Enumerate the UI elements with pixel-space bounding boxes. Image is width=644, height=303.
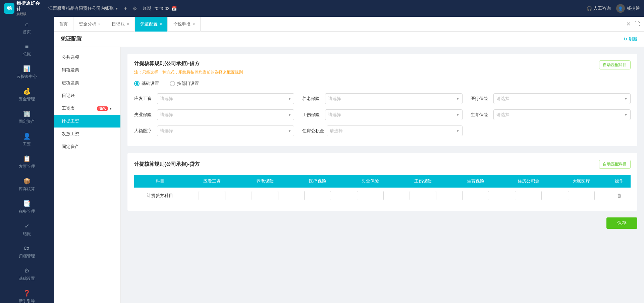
topbar: 畅 畅捷通好会计 旗舰版 江西服宝精品有限责任公司内账张 ▼ + ⚙ 账期 20… (0, 0, 644, 17)
cell-maternity (449, 188, 502, 204)
content-area: 首页 资金分析 × 日记账 × 凭证配置 × 个税申报 × ✕ ⛶ (54, 17, 644, 303)
add-account-button[interactable]: + (122, 5, 129, 12)
tab-close-tax[interactable]: × (193, 22, 195, 27)
radio-dept[interactable]: 按部门设置 (170, 81, 199, 87)
refresh-button[interactable]: ↻ 刷新 (624, 36, 637, 42)
cell-housing (502, 188, 555, 204)
settings-icon[interactable]: ⚙ (132, 5, 137, 12)
sidebar-item-assets[interactable]: 🏢 固定资产 (0, 106, 54, 129)
credit-section: 计提核算规则(公司承担)-贷方 自动匹配科目 科目 应发工资 养老保险 医疗保险… (127, 153, 637, 211)
calendar-icon[interactable]: 📅 (171, 6, 177, 11)
ledger-icon: ≡ (25, 43, 29, 50)
injury-select[interactable]: 请选择 ▼ (325, 109, 462, 120)
invoice-icon: 📋 (23, 155, 31, 162)
input-unemploy[interactable] (357, 191, 384, 200)
tax-icon: 📑 (23, 200, 31, 207)
expand-icon[interactable]: ⛶ (635, 21, 640, 27)
menu-item-salary-calc[interactable]: 计提工资 (54, 115, 120, 128)
field-medical: 医疗保险 请选择 ▼ (471, 93, 631, 104)
input-maternity[interactable] (462, 191, 489, 200)
debit-auto-match-button[interactable]: 自动匹配科目 (599, 60, 631, 69)
unemploy-select[interactable]: 请选择 ▼ (157, 109, 294, 120)
debit-section-note: 注：只能选择一种方式，系统将按照您当前的选择来配置规则 (134, 69, 243, 75)
company-dropdown-icon: ▼ (115, 7, 118, 10)
app-version: 旗舰版 (16, 12, 44, 16)
left-menu: 公共选项 销项发票 进项发票 日记账 工资表 NEW ▼ (54, 47, 121, 303)
input-big-medical[interactable] (568, 191, 595, 200)
input-housing[interactable] (515, 191, 542, 200)
credit-auto-match-button[interactable]: 自动匹配科目 (599, 160, 631, 169)
input-pension[interactable] (252, 191, 278, 200)
tab-journal[interactable]: 日记账 × (106, 17, 135, 32)
debit-section-header: 计提核算规则(公司承担)-借方 注：只能选择一种方式，系统将按照您当前的选择来配… (134, 60, 243, 81)
user-menu[interactable]: 👤 畅捷通 (616, 4, 640, 13)
tab-home[interactable]: 首页 (54, 17, 73, 32)
sidebar-item-inventory[interactable]: 📦 库存核算 (0, 173, 54, 196)
field-injury: 工伤保险 请选择 ▼ (302, 109, 462, 120)
tab-finance[interactable]: 资金分析 × (73, 17, 106, 32)
cell-salary (186, 188, 238, 204)
input-medical[interactable] (304, 191, 331, 200)
sidebar-item-home[interactable]: ⌂ 首页 (0, 17, 54, 39)
menu-item-fixed-assets[interactable]: 固定资产 (54, 140, 120, 153)
checkout-icon: ✓ (24, 222, 30, 230)
page-header: 凭证配置 ↻ 刷新 (54, 32, 644, 47)
input-injury[interactable] (410, 191, 436, 200)
maternity-select[interactable]: 请选择 ▼ (493, 109, 631, 120)
input-salary[interactable] (199, 191, 225, 200)
field-maternity: 生育保险 请选择 ▼ (471, 109, 631, 120)
big-medical-select[interactable]: 请选择 ▼ (157, 125, 294, 136)
sidebar-item-archive[interactable]: 🗂 归档管理 (0, 241, 54, 263)
sidebar-item-ledger[interactable]: ≡ 总账 (0, 39, 54, 61)
pension-select[interactable]: 请选择 ▼ (325, 93, 462, 104)
sidebar-item-guide[interactable]: ❓ 新手引导 (0, 286, 54, 303)
settings-nav-icon: ⚙ (24, 267, 30, 274)
table-header-row: 科目 应发工资 养老保险 医疗保险 失业保险 工伤保险 生育保险 住房公积金 大… (134, 175, 631, 188)
sidebar: ⌂ 首页 ≡ 总账 📊 云报表中心 💰 资金管理 🏢 固定资产 👤 工资 📋 发… (0, 17, 54, 303)
field-salary: 应发工资 请选择 ▼ (134, 93, 294, 104)
field-pension: 养老保险 请选择 ▼ (302, 93, 462, 104)
medical-select[interactable]: 请选择 ▼ (493, 93, 631, 104)
pension-chevron-icon: ▼ (456, 97, 460, 101)
tab-tax[interactable]: 个税申报 × (168, 17, 201, 32)
menu-item-journal[interactable]: 日记账 (54, 89, 120, 102)
avatar: 👤 (616, 4, 625, 13)
cell-medical (291, 188, 344, 204)
sidebar-item-finance[interactable]: 💰 资金管理 (0, 84, 54, 106)
menu-item-purchase[interactable]: 进项发票 (54, 77, 120, 89)
main-layout: ⌂ 首页 ≡ 总账 📊 云报表中心 💰 资金管理 🏢 固定资产 👤 工资 📋 发… (0, 17, 644, 303)
sidebar-item-checkout[interactable]: ✓ 结账 (0, 218, 54, 241)
inner-layout: 公共选项 销项发票 进项发票 日记账 工资表 NEW ▼ (54, 47, 644, 303)
company-selector[interactable]: 江西服宝精品有限责任公司内账张 ▼ (48, 5, 118, 11)
debit-radio-group: 基础设置 按部门设置 (134, 81, 631, 87)
radio-basic[interactable]: 基础设置 (134, 81, 159, 87)
headset-icon: 🎧 (587, 6, 592, 11)
sidebar-item-tax[interactable]: 📑 税务管理 (0, 196, 54, 218)
sidebar-item-report[interactable]: 📊 云报表中心 (0, 61, 54, 84)
menu-item-salary-table[interactable]: 工资表 NEW ▼ (54, 102, 120, 115)
menu-item-public[interactable]: 公共选项 (54, 51, 120, 64)
delete-row-icon[interactable]: 🗑 (617, 193, 622, 198)
support-button[interactable]: 🎧 人工咨询 (587, 5, 611, 11)
debit-section: 计提核算规则(公司承担)-借方 注：只能选择一种方式，系统将按照您当前的选择来配… (127, 54, 637, 146)
field-unemploy: 失业保险 请选择 ▼ (134, 109, 294, 120)
period-display: 账期 2023-03 📅 (143, 5, 177, 11)
close-all-tabs-icon[interactable]: ✕ (626, 21, 631, 27)
housing-select[interactable]: 请选择 ▼ (327, 125, 462, 136)
th-big-medical: 大额医疗 (555, 175, 607, 188)
sidebar-item-settings[interactable]: ⚙ 基础设置 (0, 263, 54, 286)
salary-select[interactable]: 请选择 ▼ (157, 93, 294, 104)
sidebar-item-invoice[interactable]: 📋 发票管理 (0, 151, 54, 173)
right-content: 计提核算规则(公司承担)-借方 注：只能选择一种方式，系统将按照您当前的选择来配… (121, 47, 644, 303)
logo-area: 畅 畅捷通好会计 旗舰版 (4, 0, 44, 16)
menu-item-salary-pay[interactable]: 发放工资 (54, 128, 120, 140)
tab-voucher[interactable]: 凭证配置 × (135, 17, 168, 32)
sidebar-item-salary[interactable]: 👤 工资 (0, 129, 54, 151)
tab-close-journal[interactable]: × (127, 22, 129, 27)
th-subject: 科目 (134, 175, 186, 188)
menu-item-sales[interactable]: 销项发票 (54, 64, 120, 77)
tab-close-voucher[interactable]: × (160, 22, 162, 27)
radio-dept-circle (170, 81, 175, 86)
tab-close-finance[interactable]: × (98, 22, 101, 27)
save-button[interactable]: 保存 (606, 217, 637, 229)
